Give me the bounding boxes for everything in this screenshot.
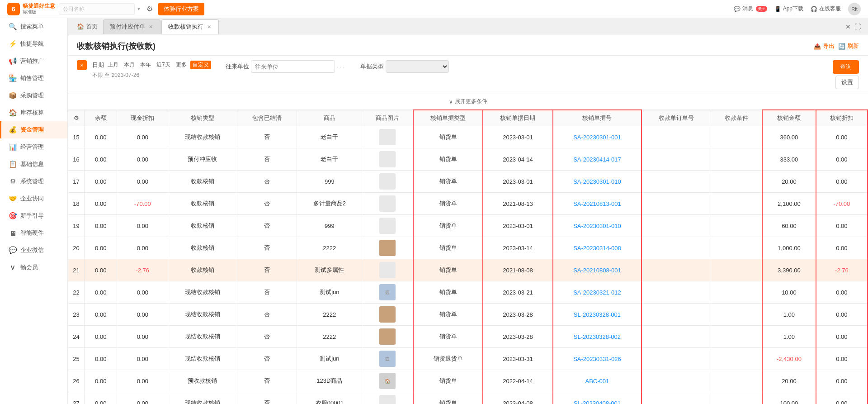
- message-icon-btn[interactable]: 💬 消息 99+: [734, 5, 767, 13]
- tab-home[interactable]: 🏠 首页: [71, 19, 103, 34]
- th-settings[interactable]: ⚙: [68, 110, 85, 126]
- bill-no-link[interactable]: SA-20210808-001: [573, 267, 621, 274]
- td-type: 收款核销: [168, 171, 237, 193]
- td-bill-date: 2023-03-01: [483, 171, 552, 193]
- bill-type-filter: 单据类型: [360, 60, 449, 73]
- td-bill-no: SA-20210808-001: [553, 259, 642, 281]
- td-product: 多计量商品2: [297, 193, 362, 215]
- table-row: 25 0.00 0.00 现结收款核销 否 测试jun 🖼 销货退货单 2023…: [68, 348, 868, 370]
- td-write-off-disc: 0.00: [816, 281, 868, 304]
- bill-no-link[interactable]: ABC-001: [585, 378, 609, 385]
- td-settled: 否: [237, 237, 297, 259]
- company-selector[interactable]: ▼: [59, 3, 141, 15]
- filter-collapse-button[interactable]: »: [77, 60, 87, 70]
- company-input[interactable]: [59, 3, 135, 15]
- target-icon: 🎯: [9, 212, 17, 220]
- user-avatar[interactable]: Rit: [848, 3, 861, 15]
- sidebar-item-search[interactable]: 🔍 搜索菜单: [0, 18, 67, 35]
- th-type: 核销类型: [168, 110, 237, 126]
- bill-no-link[interactable]: SA-20210813-001: [573, 200, 621, 207]
- sidebar-item-enterprise[interactable]: 🤝 企业协同: [0, 190, 67, 207]
- date-custom-button[interactable]: 自定义: [190, 61, 211, 69]
- td-discount: 0.00: [117, 171, 168, 193]
- member-icon: V: [9, 263, 17, 271]
- sidebar-item-wechat[interactable]: 💬 企业微信: [0, 242, 67, 259]
- td-balance: 0.00: [85, 193, 117, 215]
- sidebar-item-business[interactable]: 📊 经营管理: [0, 138, 67, 156]
- td-balance: 0.00: [85, 237, 117, 259]
- app-download-btn[interactable]: 📱 App下载: [774, 5, 803, 13]
- sidebar-item-sales[interactable]: 🏪 销售管理: [0, 70, 67, 87]
- bill-no-link[interactable]: SA-20230314-008: [573, 245, 621, 252]
- td-bill-date: 2023-03-01: [483, 126, 552, 148]
- bill-no-link[interactable]: SA-20230321-012: [573, 289, 621, 296]
- th-write-off-disc: 核销折扣: [816, 110, 868, 126]
- td-write-off-disc: 0.00: [816, 370, 868, 392]
- sidebar-item-basic[interactable]: 📋 基础信息: [0, 156, 67, 173]
- gear-button[interactable]: ⚙: [145, 3, 155, 15]
- sidebar-item-quick-nav[interactable]: ⚡ 快捷导航: [0, 35, 67, 52]
- expand-conditions-button[interactable]: ∨ 展开更多条件: [444, 96, 492, 107]
- sidebar-item-funds[interactable]: 💰 资金管理: [0, 121, 67, 138]
- tab-receipt-close[interactable]: ✕: [206, 24, 212, 30]
- tab-prepay-close[interactable]: ✕: [148, 24, 154, 30]
- td-product-img: [362, 304, 413, 326]
- bill-no-link[interactable]: SL-20230328-001: [574, 311, 621, 318]
- table-header-row: ⚙ 余额 现金折扣 核销类型 包含已结清 商品 商品图片 核销单据类型 核销单据…: [68, 110, 868, 126]
- date-btn-this-year[interactable]: 本年: [138, 60, 153, 70]
- td-bill-date: 2023-03-28: [483, 326, 552, 348]
- refresh-button[interactable]: 🔄 刷新: [838, 42, 859, 50]
- bill-type-label: 单据类型: [360, 62, 384, 71]
- td-bill-date: 2023-03-01: [483, 215, 552, 237]
- sidebar-label-basic: 基础信息: [20, 160, 44, 168]
- tab-close-all-button[interactable]: ✕: [845, 23, 851, 30]
- td-type: 现结收款核销: [168, 326, 237, 348]
- query-button[interactable]: 查询: [833, 60, 859, 74]
- td-bill-type: 销货退货单: [413, 348, 483, 370]
- sidebar-label-funds: 资金管理: [20, 126, 44, 134]
- settings-button[interactable]: 设置: [835, 76, 859, 89]
- sidebar-item-marketing[interactable]: 📢 营销推广: [0, 52, 67, 70]
- tab-fullscreen-button[interactable]: ⛶: [854, 23, 861, 30]
- chevron-down-icon: ▼: [137, 6, 141, 11]
- td-bill-type: 销货单: [413, 259, 483, 281]
- counterparty-input[interactable]: [251, 60, 335, 73]
- td-id: 23: [68, 304, 85, 326]
- sidebar-item-guide[interactable]: 🎯 新手引导: [0, 207, 67, 224]
- td-product-img: [362, 392, 413, 404]
- table-row: 22 0.00 0.00 现结收款核销 否 测试jun 🖼 销货单 2023-0…: [68, 281, 868, 304]
- td-type: 预收款核销: [168, 370, 237, 392]
- td-amount: 1.00: [762, 304, 816, 326]
- th-product: 商品: [297, 110, 362, 126]
- tab-receipt[interactable]: 收款核销执行 ✕: [161, 19, 219, 34]
- td-receipt-cond: [711, 348, 762, 370]
- export-button[interactable]: 📤 导出: [814, 42, 835, 50]
- date-btn-this-month[interactable]: 本月: [122, 60, 137, 70]
- table-container[interactable]: ⚙ 余额 现金折扣 核销类型 包含已结清 商品 商品图片 核销单据类型 核销单据…: [68, 109, 868, 404]
- sidebar-item-hardware[interactable]: 🖥 智能硬件: [0, 224, 67, 242]
- tab-prepay[interactable]: 预付冲应付单 ✕: [103, 19, 160, 34]
- date-btn-7days[interactable]: 近7天: [155, 60, 172, 70]
- sidebar-item-member[interactable]: V 畅会员: [0, 259, 67, 276]
- bill-no-link[interactable]: SA-20230331-026: [573, 356, 621, 362]
- bill-no-link[interactable]: SA-20230414-017: [573, 156, 621, 163]
- date-btn-last-month[interactable]: 上月: [106, 60, 120, 70]
- bill-no-link[interactable]: SL-20230328-002: [574, 333, 621, 340]
- filter-area: » 日期 上月 本月 本年 近7天 更多 自定义 不限 至 2023-07-26: [68, 56, 868, 94]
- bill-no-link[interactable]: SA-20230301-010: [573, 223, 621, 229]
- bill-no-link[interactable]: SA-20230301-001: [573, 134, 621, 141]
- industry-button[interactable]: 体验行业方案: [158, 3, 204, 15]
- service-btn[interactable]: 🎧 在线客服: [811, 5, 841, 13]
- bill-type-select[interactable]: [386, 60, 449, 73]
- date-btn-more[interactable]: 更多: [174, 60, 189, 70]
- th-balance: 余额: [85, 110, 117, 126]
- td-id: 21: [68, 259, 85, 281]
- sidebar-item-purchase[interactable]: 📦 采购管理: [0, 87, 67, 104]
- sidebar-item-system[interactable]: ⚙ 系统管理: [0, 173, 67, 190]
- bill-no-link[interactable]: SL-20230408-001: [574, 400, 621, 404]
- bill-no-link[interactable]: SA-20230301-010: [573, 178, 621, 185]
- sidebar-item-inventory[interactable]: 🏠 库存核算: [0, 104, 67, 121]
- top-bar: 6 畅捷通好生意 标准版 ▼ ⚙ 体验行业方案 💬 消息 99+ 📱 App下载…: [0, 0, 868, 18]
- td-receipt-order: [642, 237, 711, 259]
- td-balance: 0.00: [85, 259, 117, 281]
